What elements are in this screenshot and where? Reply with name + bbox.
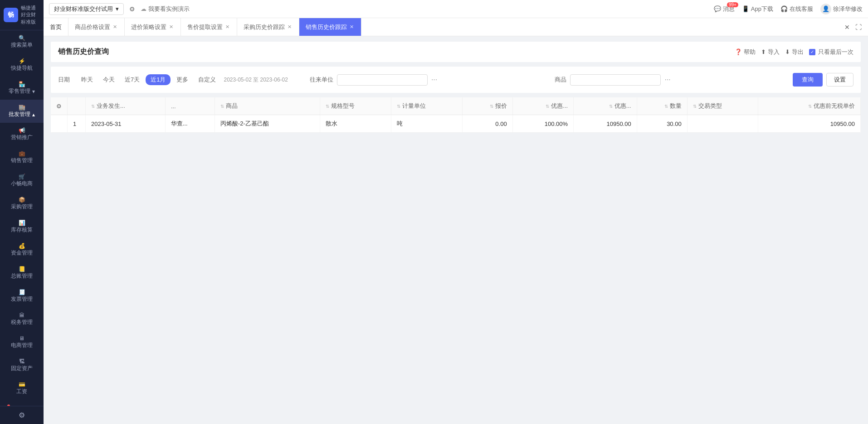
sidebar: 畅 畅捷通好业财 标准版 🔍 搜索菜单 ⚡ 快捷导航 🏪 零售管理 ▾ 🏬 批发…: [0, 0, 44, 424]
sidebar-item-quicknav[interactable]: ⚡ 快捷导航: [0, 53, 44, 77]
export-button[interactable]: ⬇ 导出: [785, 48, 804, 56]
only-last-checkbox[interactable]: ✓: [809, 49, 815, 55]
sidebar-item-label: 总账管理: [11, 272, 33, 280]
close-tab-icon[interactable]: ✕: [112, 23, 118, 31]
source-unit-input[interactable]: [337, 74, 428, 86]
sidebar-item-assets[interactable]: 🏗 固定资产: [0, 354, 44, 377]
close-tab-icon[interactable]: ✕: [224, 23, 230, 31]
app-download-button[interactable]: 📱 App下载: [742, 5, 773, 13]
sidebar-item-marketing[interactable]: 📢 营销推广: [0, 123, 44, 146]
page-actions: ❓ 帮助 ⬆ 导入 ⬇ 导出 ✓ 只看最后一次: [735, 48, 853, 56]
assets-icon: 🏗: [19, 358, 24, 365]
col-spec[interactable]: ⇅ 规格型号: [320, 97, 391, 115]
col-goods[interactable]: ⇅ 商品: [215, 97, 320, 115]
column-settings-icon[interactable]: ⚙: [56, 103, 62, 110]
tab-price-settings[interactable]: 商品价格设置 ✕: [68, 18, 125, 36]
message-button[interactable]: 💬 消息 99+: [714, 5, 735, 13]
sidebar-item-retail[interactable]: 🏪 零售管理 ▾: [0, 77, 44, 100]
filter-settings-button[interactable]: 设置: [826, 73, 853, 87]
data-table: ⚙ ⇅ 业务发生... ...: [51, 97, 861, 133]
date-btn-last7[interactable]: 近7天: [121, 74, 144, 85]
tab-home[interactable]: 首页: [44, 18, 68, 36]
col-more[interactable]: ...: [165, 97, 215, 115]
sort-icon: ⇅: [326, 104, 329, 109]
chevron-down-icon: ▾: [116, 5, 119, 12]
sidebar-item-label: 快捷导航: [11, 64, 33, 72]
close-tab-icon[interactable]: ✕: [287, 23, 293, 31]
col-quantity[interactable]: ⇅ 数量: [637, 97, 687, 115]
sidebar-item-ecommerce[interactable]: 🖥 电商管理: [0, 331, 44, 354]
cell-goods: 丙烯酸-2-乙基己酯: [215, 115, 320, 133]
tax-icon: 🏛: [19, 312, 24, 318]
sidebar-item-tax[interactable]: 🏛 税务管理: [0, 308, 44, 331]
user-icon: 👤: [822, 5, 829, 12]
col-price[interactable]: ⇅ 报价: [462, 97, 512, 115]
sidebar-item-label: 零售管理: [9, 87, 30, 95]
import-button[interactable]: ⬆ 导入: [761, 48, 780, 56]
sidebar-item-ledger[interactable]: 📒 总账管理: [0, 261, 44, 284]
logo-text: 畅捷通好业财 标准版: [21, 5, 40, 25]
cell-biz-date: 2023-05-31: [86, 115, 166, 133]
tab-sales-history[interactable]: 销售历史价跟踪 ✕: [299, 18, 361, 36]
import-label: 导入: [768, 48, 780, 56]
sidebar-item-wholesale[interactable]: 🏬 批发管理 ▴: [0, 100, 44, 123]
only-last-checkbox-container[interactable]: ✓ 只看最后一次: [809, 48, 853, 56]
sidebar-item-invoice[interactable]: 🧾 发票管理: [0, 284, 44, 308]
sidebar-item-finance[interactable]: 💰 资金管理: [0, 238, 44, 261]
goods-input[interactable]: [570, 74, 661, 86]
close-tab-icon[interactable]: ✕: [168, 23, 174, 31]
sidebar-item-inventory[interactable]: 📊 库存核算: [0, 215, 44, 238]
cell-pretax-price: 10950.00: [758, 115, 861, 133]
col-discount2[interactable]: ⇅ 优惠...: [574, 97, 637, 115]
goods-label: 商品: [555, 76, 566, 84]
cell-source: 华查...: [165, 115, 215, 133]
date-btn-more[interactable]: 更多: [172, 74, 192, 85]
topbar: 好业财标准版交付试用 ▾ ⚙ ☁ 我要看实例演示 💬 消息 99+ 📱 App下…: [44, 0, 868, 18]
help-label: 帮助: [744, 48, 756, 56]
date-btn-yesterday[interactable]: 昨天: [77, 74, 97, 85]
date-range-display: 2023-05-02 至 2023-06-02: [224, 76, 288, 84]
col-pretax-price[interactable]: ⇅ 优惠前无税单价: [758, 97, 861, 115]
sales-icon: 💼: [19, 150, 25, 157]
sidebar-item-salary[interactable]: 💳 工资: [0, 377, 44, 400]
col-spec-label: 规格型号: [331, 102, 355, 110]
online-service-button[interactable]: 🎧 在线客服: [780, 5, 813, 13]
col-unit[interactable]: ⇅ 计量单位: [391, 97, 462, 115]
tab-purchase-history[interactable]: 采购历史价跟踪 ✕: [237, 18, 299, 36]
topbar-gear-icon[interactable]: ⚙: [129, 5, 135, 13]
sort-icon: ⇅: [609, 104, 613, 109]
help-button[interactable]: ❓ 帮助: [735, 48, 756, 56]
col-biz-date[interactable]: ⇅ 业务发生...: [86, 97, 166, 115]
col-gear[interactable]: ⚙: [51, 97, 68, 115]
sidebar-item-smart[interactable]: 🤖 智能管理: [0, 400, 44, 406]
tab-price-extract[interactable]: 售价提取设置 ✕: [181, 18, 237, 36]
goods-more-icon[interactable]: ···: [664, 76, 670, 84]
sidebar-item-search[interactable]: 🔍 搜索菜单: [0, 30, 44, 53]
sort-icon: ⇅: [693, 104, 697, 109]
table-row[interactable]: 1 2023-05-31 华查... 丙烯酸-2-乙基己酯 散水 吨 0.00 …: [51, 115, 861, 133]
nav-icon: ⚡: [19, 58, 25, 64]
cell-gear: [51, 115, 68, 133]
tab-price-strategy[interactable]: 进价策略设置 ✕: [125, 18, 181, 36]
sidebar-item-label: 批发管理: [9, 111, 30, 118]
date-btn-custom[interactable]: 自定义: [194, 74, 220, 85]
source-unit-more-icon[interactable]: ···: [431, 76, 437, 84]
app-download-label: App下载: [751, 5, 773, 13]
col-trade-type[interactable]: ⇅ 交易类型: [687, 97, 758, 115]
date-btn-today[interactable]: 今天: [99, 74, 119, 85]
sidebar-item-sales[interactable]: 💼 销售管理: [0, 146, 44, 169]
sort-icon: ⇅: [546, 104, 549, 109]
demo-button[interactable]: ☁ 我要看实例演示: [141, 5, 190, 13]
close-tab-icon[interactable]: ✕: [349, 23, 355, 31]
settings-gear-icon[interactable]: ⚙: [19, 411, 25, 419]
cell-trade-type: [687, 115, 758, 133]
version-selector[interactable]: 好业财标准版交付试用 ▾: [49, 3, 124, 15]
maximize-tab-button[interactable]: ⛶: [853, 22, 864, 33]
date-btn-last1m[interactable]: 近1月: [146, 74, 171, 85]
col-discount1[interactable]: ⇅ 优惠...: [512, 97, 573, 115]
sidebar-item-ecommerce-small[interactable]: 🛒 小畅电商: [0, 169, 44, 192]
close-tab-button[interactable]: ✕: [842, 22, 853, 33]
sidebar-item-purchase[interactable]: 📦 采购管理: [0, 192, 44, 215]
user-menu-button[interactable]: 👤 徐泽华修改: [820, 4, 863, 14]
query-button[interactable]: 查询: [793, 73, 823, 87]
